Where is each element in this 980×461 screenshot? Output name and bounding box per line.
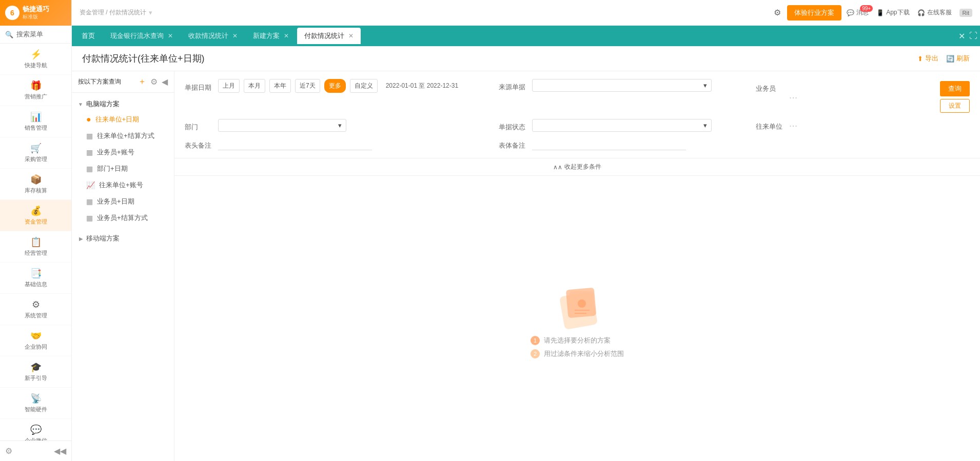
operation-icon: 📋	[30, 236, 42, 248]
date-btn-this-month[interactable]: 本月	[244, 79, 265, 93]
logo-icon: 6	[5, 6, 19, 20]
app-download-btn[interactable]: 📱 App下载	[876, 8, 909, 17]
scheme-item-label: 往来单位+日期	[95, 115, 140, 124]
sidebar-item-hardware[interactable]: 📡 智能硬件	[0, 388, 71, 419]
sidebar-item-quick-nav[interactable]: ⚡ 快捷导航	[0, 44, 71, 75]
tab-expand-btn[interactable]: ⛶	[969, 31, 977, 41]
header-note-label: 表头备注	[185, 138, 218, 150]
query-section: 查询 设置	[940, 81, 970, 113]
sidebar-item-label: 快捷导航	[25, 62, 47, 69]
new-scheme-tab-close[interactable]: ✕	[284, 32, 289, 39]
sidebar-item-label: 销售管理	[25, 124, 47, 132]
sidebar-item-operation[interactable]: 📋 经营管理	[0, 231, 71, 263]
sidebar-item-label: 企业微信	[25, 437, 47, 440]
sidebar-item-system[interactable]: ⚙ 系统管理	[0, 294, 71, 325]
sidebar-item-label: 系统管理	[25, 312, 47, 319]
sidebar-item-sales[interactable]: 📊 销售管理	[0, 106, 71, 137]
sidebar-item-basic[interactable]: 📑 基础信息	[0, 263, 71, 294]
empty-tip-2: 2 用过滤条件来缩小分析范围	[531, 349, 624, 358]
settings-btn[interactable]: 设置	[940, 99, 970, 113]
collapse-more-btn[interactable]: ∧∧ 收起更多条件	[553, 163, 601, 171]
collapse-sidebar-btn[interactable]: ◀◀	[54, 446, 66, 456]
scheme-mobile-group-header[interactable]: ▶ 移动端方案	[72, 230, 174, 247]
scheme-item-unit-settle[interactable]: ▦ 往来单位+结算方式	[72, 128, 174, 144]
inventory-icon: 📦	[30, 174, 42, 185]
sidebar-item-marketing[interactable]: 🎁 营销推广	[0, 75, 71, 106]
empty-state: 1 请先选择要分析的方案 2 用过滤条件来缩小分析范围	[174, 176, 980, 461]
message-icon: 💬	[847, 9, 854, 16]
sidebar-item-inventory[interactable]: 📦 库存核算	[0, 169, 71, 200]
sidebar-search[interactable]: 🔍 搜索菜单	[0, 26, 71, 44]
export-label: 导出	[925, 54, 938, 63]
scheme-group-arrow-icon: ▼	[78, 102, 83, 107]
date-btn-last-month[interactable]: 上月	[218, 79, 240, 93]
scheme-item-unit-date[interactable]: ● 往来单位+日期	[72, 111, 174, 128]
settings-footer-btn[interactable]: ⚙	[5, 446, 12, 456]
basic-icon: 📑	[30, 268, 42, 279]
sidebar-item-enterprise[interactable]: 🤝 企业协同	[0, 325, 71, 356]
query-btn[interactable]: 查询	[940, 81, 970, 96]
tab-bank-flow[interactable]: 现金银行流水查询 ✕	[103, 28, 180, 44]
sidebar-item-label: 经营管理	[25, 249, 47, 257]
left-panel-header: 按以下方案查询 ＋ ⚙ ◀	[72, 71, 174, 93]
settings-scheme-btn[interactable]: ⚙	[150, 77, 158, 87]
tab-receipt-stats[interactable]: 收款情况统计 ✕	[181, 28, 245, 44]
collapse-panel-btn[interactable]: ◀	[162, 77, 168, 87]
quick-nav-icon: ⚡	[30, 49, 42, 60]
scheme-item-staff-account[interactable]: ▦ 业务员+账号	[72, 144, 174, 161]
refresh-btn[interactable]: 🔄 刷新	[946, 54, 970, 63]
tab-home[interactable]: 首页	[74, 28, 102, 44]
tab-close-all-btn[interactable]: ✕	[958, 31, 965, 41]
user-avatar[interactable]: Rit	[959, 9, 972, 17]
dept-select[interactable]: ▾	[218, 119, 346, 132]
counterpart-ellipsis[interactable]: ···	[789, 119, 798, 131]
date-btn-7days[interactable]: 近7天	[295, 79, 320, 93]
phone-icon: 📱	[876, 9, 884, 16]
scheme-item-dept-date[interactable]: ▦ 部门+日期	[72, 161, 174, 177]
doc-status-select[interactable]: ▾	[532, 119, 712, 132]
chevron-down-icon: ▾	[149, 9, 152, 16]
hardware-icon: 📡	[30, 393, 42, 404]
sidebar-item-capital[interactable]: 💰 资金管理	[0, 200, 71, 231]
app-download-label: App下载	[886, 8, 909, 17]
date-btn-custom[interactable]: 自定义	[350, 79, 378, 93]
bank-flow-tab-close[interactable]: ✕	[168, 32, 173, 39]
tip-num-1: 1	[531, 336, 540, 345]
add-scheme-btn[interactable]: ＋	[138, 76, 146, 87]
filter-col-source: 来源单据 ▾	[499, 79, 756, 92]
body-note-input[interactable]	[532, 138, 686, 150]
gear-icon[interactable]: ⚙	[774, 8, 781, 17]
body-note-label: 表体备注	[499, 138, 532, 150]
staff-ellipsis[interactable]: ···	[789, 91, 798, 103]
dept-label: 部门	[185, 119, 218, 132]
bank-flow-tab-label: 现金银行流水查询	[110, 31, 164, 41]
dept-chevron-icon: ▾	[338, 122, 342, 129]
receipt-stats-tab-label: 收款情况统计	[188, 31, 228, 41]
app-name: 畅捷通巧	[23, 5, 49, 13]
source-select[interactable]: ▾	[532, 79, 712, 92]
receipt-stats-tab-close[interactable]: ✕	[232, 32, 238, 39]
scheme-item-staff-settle[interactable]: ▦ 业务员+结算方式	[72, 210, 174, 226]
payment-stats-tab-close[interactable]: ✕	[348, 32, 354, 39]
date-btn-more[interactable]: 更多	[324, 79, 346, 93]
messages-btn[interactable]: 💬 消息 99+	[847, 8, 869, 17]
scheme-item-unit-account[interactable]: 📈 往来单位+账号	[72, 177, 174, 193]
scheme-desktop-group-header[interactable]: ▼ 电脑端方案	[72, 97, 174, 111]
tab-payment-stats[interactable]: 付款情况统计 ✕	[297, 28, 361, 44]
sidebar-item-purchase[interactable]: 🛒 采购管理	[0, 137, 71, 169]
export-btn[interactable]: ⬆ 导出	[917, 54, 938, 63]
active-scheme-icon: ●	[86, 115, 91, 124]
trial-btn[interactable]: 体验行业方案	[787, 5, 841, 21]
date-btn-this-year[interactable]: 本年	[269, 79, 291, 93]
scheme-item-staff-date[interactable]: ▦ 业务员+日期	[72, 193, 174, 210]
page-header-actions: ⬆ 导出 🔄 刷新	[917, 54, 970, 63]
sidebar-footer: ⚙ ◀◀	[0, 440, 71, 461]
sidebar-item-guide[interactable]: 🎓 新手引导	[0, 356, 71, 388]
sidebar-item-wechat[interactable]: 💬 企业微信	[0, 419, 71, 440]
header-note-input[interactable]	[218, 138, 372, 150]
capital-icon: 💰	[30, 205, 42, 216]
tab-new-scheme[interactable]: 新建方案 ✕	[246, 28, 296, 44]
online-service-btn[interactable]: 🎧 在线客服	[917, 8, 952, 17]
empty-illustration	[552, 278, 603, 330]
headset-icon: 🎧	[917, 9, 925, 16]
